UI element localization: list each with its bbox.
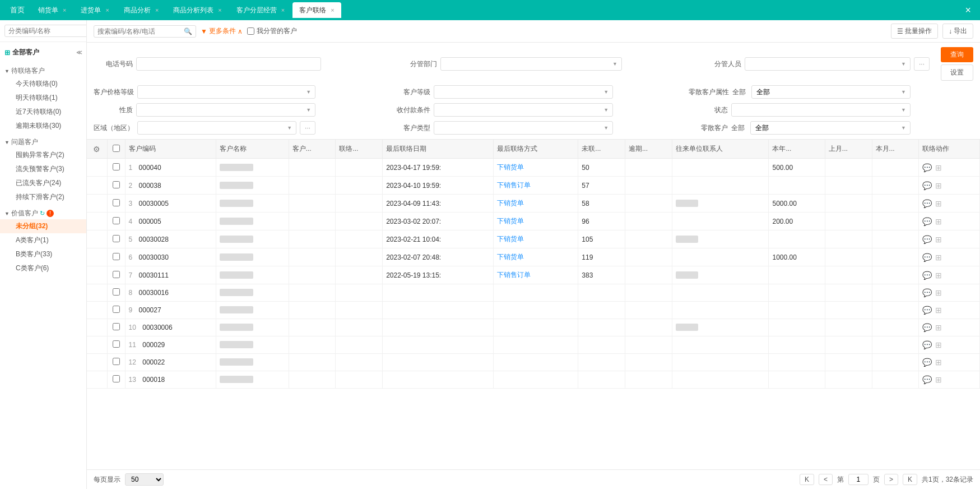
settings-col-header[interactable]: ⚙ — [87, 140, 107, 159]
sidebar-item-b-class[interactable]: B类客户(33) — [0, 247, 86, 261]
grid-action-icon[interactable]: ⊞ — [935, 323, 942, 332]
row-checkbox[interactable] — [113, 375, 120, 382]
row-last-method[interactable] — [493, 336, 578, 354]
more-conditions-btn[interactable]: ▼ 更多条件 ∧ — [201, 26, 243, 36]
tab-customer-segment[interactable]: 客户分层经营 × — [230, 2, 291, 18]
method-link[interactable]: 下销货单 — [497, 253, 524, 261]
chat-icon[interactable]: 💬 — [922, 375, 932, 384]
filter-search-icon[interactable]: 🔍 — [184, 27, 192, 35]
grid-action-icon[interactable]: ⊞ — [935, 271, 942, 280]
next-page-button[interactable]: > — [884, 474, 898, 485]
chat-icon[interactable]: 💬 — [922, 163, 932, 172]
row-last-method[interactable]: 下销售订单 — [493, 266, 578, 284]
row-last-method[interactable]: 下销货单 — [493, 159, 578, 177]
grid-action-icon[interactable]: ⊞ — [935, 340, 942, 349]
my-customers-checkbox[interactable]: 我分管的客户 — [247, 26, 297, 36]
nature-select[interactable] — [136, 103, 315, 117]
row-checkbox[interactable] — [113, 253, 120, 260]
area-more-icon[interactable]: ··· — [300, 121, 315, 135]
value-customers-label[interactable]: ▼ 价值客户 ↻ ! — [0, 206, 86, 219]
all-customers-title[interactable]: ⊞ 全部客户 ≪ — [0, 44, 86, 61]
method-link[interactable]: 下销售订单 — [497, 271, 531, 279]
sidebar-item-churned[interactable]: 已流失客户(24) — [0, 176, 86, 190]
method-link[interactable]: 下销售订单 — [497, 181, 531, 189]
area-select[interactable] — [137, 121, 296, 135]
sidebar-search-input[interactable] — [4, 25, 87, 37]
first-page-button[interactable]: K — [800, 474, 814, 485]
retail-attr-select[interactable]: 全部 — [751, 85, 911, 99]
grid-action-icon[interactable]: ⊞ — [935, 217, 942, 226]
price-level-select[interactable] — [137, 85, 315, 99]
method-link[interactable]: 下销货单 — [497, 217, 524, 225]
phone-input[interactable] — [136, 57, 321, 71]
tab-analysis[interactable]: 商品分析 × — [117, 2, 165, 18]
grid-action-icon[interactable]: ⊞ — [935, 306, 942, 315]
customer-level-select[interactable] — [434, 85, 613, 99]
grid-action-icon[interactable]: ⊞ — [935, 199, 942, 208]
row-checkbox[interactable] — [113, 181, 120, 188]
home-tab[interactable]: 首页 — [4, 5, 30, 15]
sidebar-item-tomorrow[interactable]: 明天待联络(1) — [0, 91, 86, 105]
chat-icon[interactable]: 💬 — [922, 271, 932, 280]
row-last-method[interactable] — [493, 319, 578, 336]
close-analysis-icon[interactable]: × — [155, 7, 159, 13]
row-checkbox[interactable] — [113, 358, 120, 365]
query-button[interactable]: 查询 — [941, 47, 973, 62]
sidebar-item-c-class[interactable]: C类客户(6) — [0, 261, 86, 275]
row-last-method[interactable] — [493, 302, 578, 319]
prev-page-button[interactable]: < — [819, 474, 833, 485]
close-customer-segment-icon[interactable]: × — [281, 7, 285, 13]
row-last-method[interactable] — [493, 371, 578, 389]
sidebar-item-declining[interactable]: 持续下滑客户(2) — [0, 190, 86, 204]
row-checkbox[interactable] — [113, 163, 120, 170]
sidebar-item-ungroup[interactable]: 未分组(32) — [0, 219, 86, 233]
grid-action-icon[interactable]: ⊞ — [935, 253, 942, 262]
pending-contact-label[interactable]: ▼ 待联络客户 — [0, 64, 86, 77]
tab-sales[interactable]: 销货单 × — [31, 2, 73, 18]
batch-ops-button[interactable]: ☰ 批量操作 — [891, 24, 938, 39]
filter-search-input[interactable] — [97, 27, 182, 35]
chat-icon[interactable]: 💬 — [922, 358, 932, 367]
row-last-method[interactable] — [493, 284, 578, 302]
retail-customer-select[interactable]: 全部 — [750, 121, 911, 135]
chat-icon[interactable]: 💬 — [922, 340, 932, 349]
export-button[interactable]: ↓ 导出 — [942, 24, 973, 39]
page-number-input[interactable] — [848, 474, 868, 485]
chat-icon[interactable]: 💬 — [922, 235, 932, 244]
row-last-method[interactable]: 下销货单 — [493, 230, 578, 248]
close-sales-icon[interactable]: × — [63, 7, 66, 13]
row-checkbox[interactable] — [113, 323, 120, 330]
tab-customer-contact[interactable]: 客户联络 × — [292, 2, 341, 18]
row-checkbox[interactable] — [113, 199, 120, 206]
collapse-all-icon[interactable]: ≪ — [76, 49, 82, 56]
row-last-method[interactable]: 下销售订单 — [493, 177, 578, 195]
grid-action-icon[interactable]: ⊞ — [935, 288, 942, 297]
window-close-button[interactable]: × — [960, 4, 976, 16]
sidebar-item-7days[interactable]: 近7天待联络(0) — [0, 105, 86, 119]
row-last-method[interactable] — [493, 354, 578, 371]
grid-action-icon[interactable]: ⊞ — [935, 235, 942, 244]
settings-gear-icon[interactable]: ⚙ — [93, 145, 100, 154]
row-checkbox[interactable] — [113, 306, 120, 313]
method-link[interactable]: 下销货单 — [497, 199, 524, 207]
problem-customers-label[interactable]: ▼ 问题客户 — [0, 135, 86, 148]
sidebar-item-abnormal[interactable]: 囤购异常客户(2) — [0, 148, 86, 162]
row-last-method[interactable]: 下销货单 — [493, 213, 578, 230]
sidebar-item-a-class[interactable]: A类客户(1) — [0, 233, 86, 247]
chat-icon[interactable]: 💬 — [922, 323, 932, 332]
close-analysis-list-icon[interactable]: × — [218, 7, 221, 13]
chat-icon[interactable]: 💬 — [922, 217, 932, 226]
chat-icon[interactable]: 💬 — [922, 199, 932, 208]
close-purchase-icon[interactable]: × — [105, 7, 109, 13]
grid-action-icon[interactable]: ⊞ — [935, 375, 942, 384]
row-checkbox[interactable] — [113, 271, 120, 278]
last-page-button[interactable]: K — [903, 474, 917, 485]
status-select[interactable] — [731, 103, 911, 117]
row-checkbox[interactable] — [113, 340, 120, 348]
chat-icon[interactable]: 💬 — [922, 253, 932, 262]
dept-select[interactable] — [440, 57, 622, 71]
chat-icon[interactable]: 💬 — [922, 288, 932, 297]
row-last-method[interactable]: 下销货单 — [493, 248, 578, 266]
payment-select[interactable] — [434, 103, 613, 117]
row-checkbox[interactable] — [113, 288, 120, 296]
